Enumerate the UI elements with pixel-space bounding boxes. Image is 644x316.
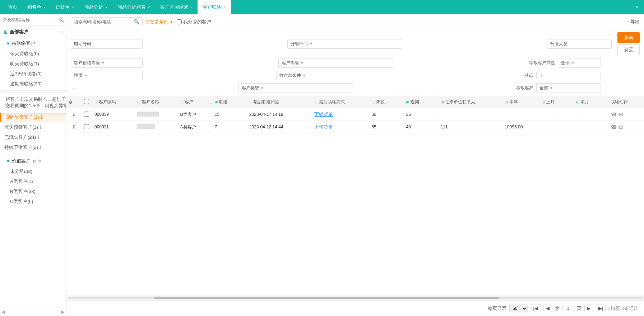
sidebar-item-today[interactable]: 今天待联络(0) (0, 49, 66, 59)
scroll-thumb[interactable] (154, 297, 499, 299)
phone-action-icon[interactable]: ☎ (611, 112, 617, 117)
page-suffix: 页 (577, 305, 582, 312)
nav-close-icon[interactable]: × (148, 5, 150, 9)
sidebar-item-lost-pre[interactable]: 流失预警客户(3) ℹ (0, 122, 66, 132)
value-customers-group[interactable]: ▼ 价值客户 ↻ ✎ (0, 156, 66, 166)
customer-type-2: A类客户 (178, 121, 213, 133)
customer-type-field[interactable]: 客户类型 ▼ (238, 83, 353, 93)
row-check[interactable] (81, 121, 92, 133)
window-close-icon[interactable]: × (632, 3, 641, 12)
horizontal-scrollbar[interactable] (66, 295, 644, 300)
sidebar-item-b-class[interactable]: B类客户(33) (0, 187, 66, 197)
contact-person (439, 108, 503, 121)
status-area: 状态 ▼ (525, 72, 601, 79)
contact-method-link[interactable]: 下销货单 (314, 112, 333, 117)
sidebar-item-a-class[interactable]: A类客户(1) (0, 176, 66, 187)
settings-button[interactable]: 设置 (617, 44, 640, 55)
search-icon[interactable]: 🔍 (134, 19, 139, 24)
col-last-contact-method: 最后联络方式 (312, 96, 369, 108)
my-customers-check[interactable] (177, 19, 182, 24)
gender-field[interactable]: 性质 ▼ (71, 71, 143, 80)
nav-product-analysis-list[interactable]: 商品分析列表 × (112, 0, 155, 14)
customer-name-2 (135, 121, 178, 133)
table-row: 2 000031 A类客户 7 2023-04-12 14:44: 下销货单 5… (66, 121, 644, 133)
sidebar-search-icon[interactable]: 🔍 (58, 17, 64, 23)
row-check[interactable] (81, 108, 92, 121)
sidebar-item-7days[interactable]: 近7天待联络(0) (0, 69, 66, 79)
contact-action-icon[interactable]: ⊞ (619, 112, 623, 117)
per-page-select[interactable]: 50 100 200 (509, 305, 528, 312)
retail-attr-field[interactable]: 全部 ▼ (558, 58, 601, 68)
refresh-icon[interactable]: ↻ (33, 159, 37, 164)
sidebar-next-icon[interactable]: ▶ (61, 309, 65, 315)
my-customers-checkbox[interactable]: 我分管的客户 (177, 19, 211, 25)
sidebar-item-repeat-purchase[interactable]: 回购异常客户(2) ℹ (0, 112, 66, 122)
last-contact-date-2: 2023-04-12 14:44: (247, 121, 312, 133)
next-page-btn[interactable]: ▶ (584, 305, 593, 312)
customer-level-field[interactable]: 客户等级 ▼ (278, 58, 393, 68)
sidebar-divider (0, 90, 66, 91)
filter-row-3: 性质 ▼ 收付款条件 ▼ 状态 ▼ (71, 71, 640, 80)
last-contact-method-2[interactable]: 下销货单 (312, 121, 369, 133)
page-input[interactable] (562, 305, 574, 312)
nav-close-icon[interactable]: × (190, 5, 193, 9)
price-level-field[interactable]: 客户价格等级 ▼ (71, 58, 143, 68)
row-checkbox[interactable] (84, 112, 89, 117)
col-action: 联络动作 (608, 96, 644, 108)
nav-customer-segmentation[interactable]: 客户分层经营 × (155, 0, 198, 14)
prev-page-btn[interactable]: ◀ (543, 305, 552, 312)
sidebar-item-overdue[interactable]: 逾期未联络(30) (0, 79, 66, 89)
retail-customer-field[interactable]: 全部 ▼ (536, 83, 601, 93)
col-last-contact-date: 最后联络日期 (247, 96, 312, 108)
sidebar-item-lost[interactable]: 已流失客户(24) ℹ (0, 132, 66, 142)
nav-home[interactable]: 首页 (3, 0, 22, 14)
sidebar-item-tomorrow[interactable]: 明天待联络(1) (0, 59, 66, 69)
nav-close-icon[interactable]: × (72, 5, 74, 9)
phone-action-icon-2[interactable]: ☎ (611, 124, 617, 130)
sidebar-prev-icon[interactable]: ◀ (1, 309, 5, 315)
nav-purchase-order[interactable]: 进货单 × (51, 0, 79, 14)
query-button[interactable]: 查询 (617, 32, 640, 43)
last-page-btn[interactable]: ▶| (596, 305, 606, 312)
col-contact-count: 联络... (213, 96, 247, 108)
dropdown-icon: ▼ (309, 42, 313, 46)
select-all-checkbox[interactable] (84, 99, 89, 104)
current-month-2 (574, 121, 608, 133)
nav-customer-contact[interactable]: 客户联络 × (198, 0, 231, 14)
contact-action-icon-2[interactable]: ⊞ (619, 124, 623, 130)
manager-field[interactable]: 分管人员 ··· (547, 39, 612, 49)
sidebar-item-descend[interactable]: 持续下滑客户(2) ℹ (0, 142, 66, 152)
dropdown-icon-8: ▼ (260, 86, 264, 90)
sidebar-item-ungroup[interactable]: 未分组(32) (0, 166, 66, 176)
action-col-2: ☎ ⊞ (608, 121, 644, 133)
sidebar-search-input[interactable] (3, 18, 57, 23)
search-input[interactable] (74, 19, 132, 24)
pending-contact-group[interactable]: ▼ 待联络客户 (0, 38, 66, 49)
retail-attr-area: 零散客户属性 全部 ▼ (529, 58, 601, 68)
col-settings[interactable]: ⚙ (66, 96, 81, 108)
nav-product-analysis[interactable]: 商品分析 × (79, 0, 112, 14)
department-field[interactable]: 分管部门 ▼ (287, 39, 402, 49)
status-field[interactable]: ▼ (536, 72, 601, 79)
nav-close-active-icon[interactable]: × (223, 5, 226, 9)
export-button[interactable]: ↑ 导出 (627, 19, 640, 25)
nav-close-icon[interactable]: × (43, 5, 46, 9)
sidebar-collapse-icon[interactable]: » (60, 30, 62, 34)
col-checkbox[interactable] (81, 96, 92, 108)
first-page-btn[interactable]: |◀ (531, 305, 540, 312)
last-contact-method[interactable]: 下销货单 (312, 108, 369, 121)
contact-method-link-2[interactable]: 下销货单 (314, 124, 333, 129)
edit-icon[interactable]: ✎ (38, 159, 42, 164)
all-customers-header[interactable]: ⊞ 全部客户 » (0, 26, 66, 38)
phone-field[interactable]: 电话号码 (71, 39, 143, 49)
sidebar-item-c-class[interactable]: C类客户(6) (0, 197, 66, 207)
payment-field[interactable]: 收付款条件 ▼ (276, 71, 391, 80)
dropdown-icon-3: ▼ (300, 61, 304, 65)
last-month-2 (539, 121, 574, 133)
action-icons: ☎ ⊞ (611, 112, 642, 117)
nav-sales-order[interactable]: 销售单 × (22, 0, 51, 14)
nav-close-icon[interactable]: × (105, 5, 107, 9)
more-conditions-btn[interactable]: ▽ 更多条件 ▲ (145, 19, 174, 25)
col-contact-person: 往来单位联系人 (439, 96, 503, 108)
row-checkbox-2[interactable] (84, 124, 89, 129)
